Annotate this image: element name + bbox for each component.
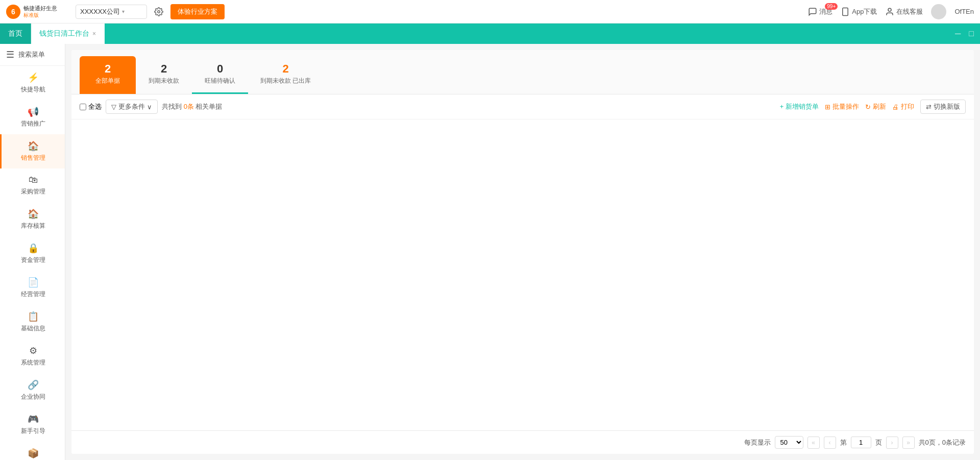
sidebar-purchase-label: 采购管理 — [21, 187, 45, 196]
summary-cards: 2 全部单据 2 到期未收款 0 旺辅待确认 2 到期未收款 已出库 — [71, 50, 974, 94]
select-all-checkbox[interactable]: 全选 — [80, 102, 102, 111]
experience-button[interactable]: 体验行业方案 — [170, 4, 225, 19]
page-input[interactable] — [851, 437, 871, 448]
sidebar-basic-info-label: 基础信息 — [21, 324, 45, 333]
first-page-button[interactable]: « — [807, 437, 820, 449]
add-button[interactable]: + 新增销货单 — [780, 102, 819, 111]
purchase-icon: 🛍 — [29, 175, 38, 185]
message-button[interactable]: 消息 99+ — [808, 7, 832, 16]
sidebar-item-purchase[interactable]: 🛍 采购管理 — [0, 168, 65, 202]
filter-label: 更多条件 — [118, 102, 145, 111]
card-overdue-out-label: 到期未收款 已出库 — [260, 77, 311, 85]
found-prefix: 共找到 — [162, 103, 182, 110]
per-page-select[interactable]: 50 100 200 — [775, 436, 803, 449]
batch-button[interactable]: ⊞ 批量操作 — [825, 102, 859, 111]
tab-active[interactable]: 钱货日清工作台 × — [31, 23, 105, 44]
sidebar-marketing-label: 营销推广 — [21, 119, 45, 128]
per-page-label: 每页显示 — [744, 438, 771, 447]
online-service-label: 在线客服 — [896, 7, 923, 16]
sidebar-item-guide[interactable]: 🎮 新手引导 — [0, 407, 65, 442]
sidebar-item-inventory[interactable]: 🏠 库存核算 — [0, 202, 65, 236]
filter-chevron-icon: ∨ — [147, 103, 152, 111]
sidebar-item-quick-nav[interactable]: ⚡ 快捷导航 — [0, 66, 65, 100]
sidebar-quick-nav-label: 快捷导航 — [21, 85, 45, 94]
app-download-button[interactable]: App下载 — [841, 7, 877, 16]
sidebar-item-operations[interactable]: 📄 经营管理 — [0, 271, 65, 305]
refresh-button[interactable]: ↻ 刷新 — [865, 102, 886, 111]
filter-button[interactable]: ▽ 更多条件 ∨ — [106, 100, 158, 114]
summary-card-overdue-out[interactable]: 2 到期未收款 已出库 — [248, 56, 323, 94]
content-inner: 2 全部单据 2 到期未收款 0 旺辅待确认 2 到期未收款 已出库 — [71, 50, 974, 454]
sidebar-finance-label: 资金管理 — [21, 256, 45, 264]
sidebar-operations-label: 经营管理 — [21, 290, 45, 299]
print-label: 打印 — [901, 102, 914, 111]
svg-point-0 — [158, 10, 160, 13]
settings-button[interactable] — [151, 4, 166, 19]
quick-nav-icon: ⚡ — [28, 72, 39, 83]
sidebar-item-search[interactable]: ☰ 搜索菜单 — [0, 44, 65, 66]
page-label: 第 — [840, 438, 847, 447]
card-all-count: 2 — [105, 62, 111, 76]
tab-actions: ─ □ — [953, 27, 980, 40]
summary-card-all[interactable]: 2 全部单据 — [80, 56, 136, 94]
company-name: XXXXXX公司 — [80, 7, 120, 16]
main-layout: ☰ 搜索菜单 ⚡ 快捷导航 📢 营销推广 🏠 销售管理 🛍 采购管理 🏠 库存核… — [0, 44, 980, 460]
sidebar-item-system[interactable]: ⚙ 系统管理 — [0, 339, 65, 373]
tab-home[interactable]: 首页 — [0, 23, 31, 44]
tab-maximize-button[interactable]: □ — [967, 27, 976, 40]
toolbar-left: 全选 ▽ 更多条件 ∨ 共找到 0条 相关单据 — [80, 100, 776, 114]
switch-icon: ⇄ — [926, 103, 932, 111]
sidebar-sales-label: 销售管理 — [21, 154, 45, 162]
chevron-down-icon: ▾ — [122, 9, 125, 14]
sidebar-item-enterprise[interactable]: 🔗 企业协同 — [0, 373, 65, 407]
last-page-button[interactable]: » — [902, 437, 915, 449]
sidebar-guide-label: 新手引导 — [21, 427, 45, 435]
found-suffix: 相关单据 — [195, 103, 222, 110]
finance-icon: 🔒 — [28, 243, 39, 254]
sidebar-search-label: 搜索菜单 — [18, 50, 45, 59]
card-overdue-label: 到期未收款 — [149, 77, 179, 85]
basic-info-icon: 📋 — [28, 311, 39, 322]
svg-point-3 — [888, 8, 891, 11]
found-text: 共找到 0条 相关单据 — [162, 102, 222, 111]
message-badge: 99+ — [825, 3, 838, 10]
system-icon: ⚙ — [29, 345, 37, 356]
avatar[interactable] — [931, 4, 946, 19]
page-suffix: 页 — [875, 438, 882, 447]
company-selector[interactable]: XXXXXX公司 ▾ — [76, 5, 147, 19]
sidebar-item-marketing[interactable]: 📢 营销推广 — [0, 100, 65, 134]
total-text: 共0页，0条记录 — [919, 438, 966, 447]
tab-close-icon[interactable]: × — [92, 30, 96, 37]
print-icon: 🖨 — [892, 103, 899, 111]
online-service-button[interactable]: 在线客服 — [885, 7, 923, 16]
sidebar-item-basic-info[interactable]: 📋 基础信息 — [0, 305, 65, 339]
inventory-icon: 🏠 — [28, 208, 39, 220]
sidebar-item-finance[interactable]: 🔒 资金管理 — [0, 236, 65, 271]
card-all-label: 全部单据 — [95, 77, 120, 85]
tab-minimize-button[interactable]: ─ — [953, 27, 963, 40]
sidebar-item-sales[interactable]: 🏠 销售管理 — [0, 134, 65, 168]
refresh-icon: ↻ — [865, 103, 871, 111]
sidebar-item-app-center[interactable]: 📦 应用中心 — [0, 442, 65, 460]
switch-button[interactable]: ⇄ 切换新版 — [920, 100, 966, 114]
footer-pagination: 每页显示 50 100 200 « ‹ 第 页 › » 共0页，0条记录 — [71, 430, 974, 454]
batch-icon: ⊞ — [825, 103, 830, 111]
select-all-input[interactable] — [80, 104, 86, 110]
user-name: OfTEn — [954, 8, 974, 15]
next-page-button[interactable]: › — [886, 437, 898, 449]
toolbar-right: + 新增销货单 ⊞ 批量操作 ↻ 刷新 🖨 打印 ⇄ — [780, 100, 966, 114]
summary-card-pending[interactable]: 0 旺辅待确认 — [192, 56, 248, 94]
sidebar-inventory-label: 库存核算 — [21, 222, 45, 230]
logo-subtitle: 标准版 — [23, 12, 57, 18]
card-pending-label: 旺辅待确认 — [205, 77, 235, 85]
summary-card-overdue[interactable]: 2 到期未收款 — [136, 56, 192, 94]
nav-tabs: 首页 钱货日清工作台 × ─ □ — [0, 23, 980, 44]
filter-icon: ▽ — [111, 103, 116, 111]
app-download-label: App下载 — [852, 7, 877, 16]
toolbar: 全选 ▽ 更多条件 ∨ 共找到 0条 相关单据 + 新增销货单 — [71, 94, 974, 119]
logo-text: 畅捷通好生意 标准版 — [23, 5, 57, 18]
prev-page-button[interactable]: ‹ — [824, 437, 836, 449]
sidebar-enterprise-label: 企业协同 — [21, 393, 45, 401]
card-overdue-count: 2 — [161, 62, 167, 76]
print-button[interactable]: 🖨 打印 — [892, 102, 914, 111]
